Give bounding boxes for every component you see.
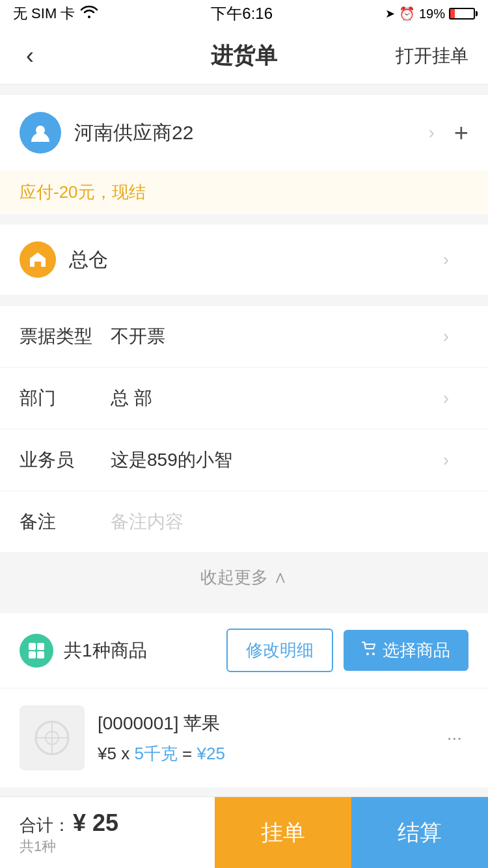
product-item: [0000001] 苹果 ¥5 x 5千克 = ¥25 ···: [0, 688, 488, 787]
open-hang-button[interactable]: 打开挂单: [396, 44, 468, 68]
bottom-bar: 合计： ¥ 25 共1种 挂单 结算: [0, 796, 488, 868]
add-button[interactable]: +: [454, 119, 468, 147]
collapse-bar[interactable]: 收起更多 ∧: [0, 552, 488, 602]
remarks-label: 备注: [20, 509, 111, 534]
status-right: ➤ ⏰ 19%: [385, 6, 475, 21]
status-bar: 无 SIM 卡 下午6:16 ➤ ⏰ 19%: [0, 0, 488, 27]
warehouse-row[interactable]: 总仓 ›: [0, 224, 488, 295]
invoice-row[interactable]: 票据类型 不开票 ›: [0, 305, 488, 367]
products-icon: [20, 634, 53, 668]
chevron-right-icon: ›: [443, 249, 449, 270]
svg-rect-1: [34, 262, 41, 267]
dept-value: 总 部: [111, 386, 443, 411]
chevron-right-icon: ›: [443, 326, 449, 347]
more-options-button[interactable]: ···: [441, 721, 468, 755]
dept-label: 部门: [20, 386, 111, 411]
supplier-section: 河南供应商22 › + 应付-20元，现结: [0, 95, 488, 214]
total-row: 合计： ¥ 25: [20, 809, 195, 837]
supplier-name: 河南供应商22: [74, 120, 428, 146]
salesperson-label: 业务员: [20, 448, 111, 472]
salesperson-value: 这是859的小智: [111, 448, 443, 472]
svg-rect-5: [37, 651, 44, 658]
edit-detail-button[interactable]: 修改明细: [226, 629, 333, 672]
status-time: 下午6:16: [211, 3, 273, 24]
divider-1: [0, 214, 488, 224]
product-thumbnail: [20, 705, 85, 770]
hang-button[interactable]: 挂单: [215, 797, 351, 868]
total-value: ¥ 25: [73, 809, 118, 837]
chevron-right-icon: ›: [443, 450, 449, 470]
supplier-avatar: [20, 112, 61, 154]
products-count: 共1种商品: [64, 638, 226, 663]
salesperson-row[interactable]: 业务员 这是859的小智 ›: [0, 429, 488, 491]
select-product-button[interactable]: 选择商品: [344, 630, 468, 671]
invoice-label: 票据类型: [20, 324, 111, 349]
total-sub: 共1种: [20, 837, 195, 856]
location-icon: ➤: [385, 7, 395, 21]
total-area: 合计： ¥ 25 共1种: [0, 797, 215, 868]
product-name: [0000001] 苹果: [98, 711, 441, 736]
supplier-notice: 应付-20元，现结: [0, 170, 488, 214]
checkout-button[interactable]: 结算: [351, 797, 488, 868]
status-carrier: 无 SIM 卡: [13, 4, 98, 23]
battery-icon: [449, 8, 475, 20]
svg-rect-3: [37, 643, 44, 650]
warehouse-section: 总仓 ›: [0, 224, 488, 295]
product-price: ¥5 x 5千克 = ¥25: [98, 742, 441, 765]
alarm-icon: ⏰: [399, 6, 415, 21]
cart-icon: [362, 640, 377, 660]
invoice-value: 不开票: [111, 324, 443, 349]
wifi-icon: [80, 5, 98, 22]
divider-2: [0, 295, 488, 305]
remarks-input[interactable]: 备注内容: [111, 509, 468, 534]
battery-percent: 19%: [419, 7, 445, 21]
svg-rect-4: [29, 651, 36, 658]
chevron-right-icon: ›: [428, 122, 434, 143]
svg-point-6: [366, 653, 369, 655]
product-info: [0000001] 苹果 ¥5 x 5千克 = ¥25: [98, 711, 441, 765]
divider-3: [0, 602, 488, 612]
warehouse-name: 总仓: [69, 247, 443, 273]
products-header: 共1种商品 修改明细 选择商品: [0, 612, 488, 688]
total-label: 合计：: [20, 814, 70, 837]
chevron-right-icon: ›: [443, 388, 449, 409]
page-title: 进货单: [211, 41, 277, 71]
warehouse-icon: [20, 241, 56, 278]
svg-point-7: [372, 653, 375, 655]
supplier-row[interactable]: 河南供应商22 › +: [0, 95, 488, 170]
back-button[interactable]: ‹: [20, 36, 40, 76]
svg-rect-2: [29, 643, 36, 650]
dept-row[interactable]: 部门 总 部 ›: [0, 367, 488, 429]
nav-bar: ‹ 进货单 打开挂单: [0, 27, 488, 85]
divider-top: [0, 85, 488, 95]
remarks-row[interactable]: 备注 备注内容: [0, 491, 488, 552]
form-section: 票据类型 不开票 › 部门 总 部 › 业务员 这是859的小智 › 备注 备注…: [0, 305, 488, 552]
